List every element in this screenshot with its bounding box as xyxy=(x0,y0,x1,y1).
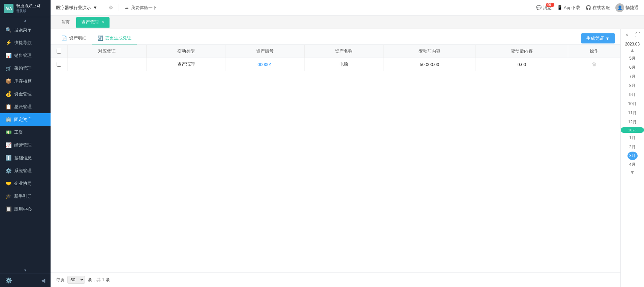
panel-month-11月[interactable]: 11月 xyxy=(628,108,637,118)
sidebar-item-quick-nav[interactable]: ⚡快捷导航 xyxy=(0,36,51,49)
subtab-change-voucher[interactable]: 🔄 变更生成凭证 xyxy=(92,32,137,44)
table-row: -- 资产清理 000001 电脑 50,000.00 0.00 🗑 xyxy=(51,58,620,71)
panel-month-7月[interactable]: 7月 xyxy=(628,72,637,81)
panel-month-12月[interactable]: 12月 xyxy=(628,118,637,127)
service-label: 在线客服 xyxy=(592,5,610,11)
tab-home[interactable]: 首页 xyxy=(56,17,75,28)
sidebar-label-quick-nav: 快捷导航 xyxy=(14,40,32,46)
sidebar-label-purchase: 采购管理 xyxy=(14,65,32,71)
user-btn[interactable]: 👤 畅捷通 xyxy=(615,3,639,12)
panel-month-2月[interactable]: 2月 xyxy=(627,142,638,152)
col-action: 操作 xyxy=(568,45,620,58)
col-after: 变动后内容 xyxy=(476,45,568,58)
topbar-divider xyxy=(103,4,103,11)
sidebar-label-guide: 新手引导 xyxy=(14,193,32,199)
subtab-asset-detail[interactable]: 📄 资产明细 xyxy=(56,32,92,44)
fixed-assets-icon: 🏢 xyxy=(5,117,11,123)
cell-asset-no: 000001 xyxy=(225,58,304,71)
panel-nav-up[interactable]: ▲ xyxy=(629,47,636,54)
sidebar-item-purchase[interactable]: 🛒采购管理 xyxy=(0,62,51,75)
sidebar-scroll-down[interactable]: ▼ xyxy=(0,267,51,274)
service-btn[interactable]: 🎧 在线客服 xyxy=(586,5,610,11)
message-btn[interactable]: 💬 消息 99+ xyxy=(536,5,552,11)
row-select-checkbox[interactable] xyxy=(57,62,61,67)
operations-icon: 📈 xyxy=(5,142,11,148)
basic-info-icon: ℹ️ xyxy=(5,155,11,161)
company-dropdown-icon: ▼ xyxy=(93,5,97,10)
sidebar-item-system[interactable]: ⚙️系统管理 xyxy=(0,164,51,177)
generate-voucher-label: 生成凭证 xyxy=(586,35,604,41)
service-icon: 🎧 xyxy=(586,5,591,10)
sidebar-label-salary: 工资 xyxy=(14,129,23,135)
sidebar-item-app-center[interactable]: 🔲应用中心 xyxy=(0,203,51,216)
per-page-label: 每页 xyxy=(56,277,65,283)
tab-asset-label: 资产管理 xyxy=(81,20,99,25)
experience-btn[interactable]: ☁ 我要体验一下 xyxy=(124,5,157,11)
table-header-row: 对应凭证 变动类型 资产编号 资产名称 变动前内容 变动后内容 操作 xyxy=(51,45,620,58)
experience-icon: ☁ xyxy=(124,5,129,10)
panel-year-badge[interactable]: 2023 xyxy=(621,127,644,133)
purchase-icon: 🛒 xyxy=(5,65,11,71)
select-all-checkbox[interactable] xyxy=(57,49,61,54)
tab-close-icon[interactable]: × xyxy=(102,20,104,25)
sidebar-item-ledger[interactable]: 📋总账管理 xyxy=(0,100,51,113)
panel-month-8月[interactable]: 8月 xyxy=(628,81,637,90)
search-icon: 🔍 xyxy=(5,27,11,33)
delete-icon[interactable]: 🗑 xyxy=(592,62,596,67)
sidebar-item-finance[interactable]: 💰资金管理 xyxy=(0,88,51,100)
table-header-checkbox xyxy=(51,45,67,58)
sidebar-item-sales[interactable]: 📊销售管理 xyxy=(0,49,51,62)
generate-voucher-btn[interactable]: 生成凭证 ▼ xyxy=(581,33,615,43)
user-icon: 👤 xyxy=(617,5,622,10)
asset-detail-icon: 📄 xyxy=(61,35,67,41)
table-container: 对应凭证 变动类型 资产编号 资产名称 变动前内容 变动后内容 操作 -- xyxy=(51,45,620,272)
experience-label: 我要体验一下 xyxy=(131,5,157,11)
sidebar-label-sales: 销售管理 xyxy=(14,53,32,59)
sidebar-item-operations[interactable]: 📈经营管理 xyxy=(0,139,51,152)
generate-voucher-arrow: ▼ xyxy=(605,36,610,41)
sidebar-scroll-up[interactable]: ▲ xyxy=(0,17,51,24)
sidebar-item-search[interactable]: 🔍搜索菜单 xyxy=(0,24,51,36)
panel-close-btn[interactable]: × xyxy=(623,32,630,38)
company-name: 医疗器械行业演示 xyxy=(56,5,91,11)
settings-icon[interactable]: ⚙️ xyxy=(5,277,12,284)
topbar-settings-icon[interactable]: ⚙ xyxy=(109,4,113,11)
sidebar-item-guide[interactable]: 🎓新手引导 xyxy=(0,190,51,203)
panel-month-3月[interactable]: 3月 xyxy=(627,152,638,160)
sidebar-item-inventory[interactable]: 📦库存核算 xyxy=(0,75,51,88)
panel-month-4月[interactable]: 4月 xyxy=(627,160,638,169)
sidebar-item-enterprise[interactable]: 🤝企业协同 xyxy=(0,177,51,190)
panel-expand-btn[interactable]: ⛶ xyxy=(635,32,641,38)
panel-month-5月[interactable]: 5月 xyxy=(628,54,637,63)
sidebar-label-operations: 经营管理 xyxy=(14,142,32,148)
col-before: 变动前内容 xyxy=(383,45,476,58)
sidebar-item-salary[interactable]: 💵工资 xyxy=(0,126,51,139)
panel-year-label: 2023.03 xyxy=(621,40,644,47)
enterprise-icon: 🤝 xyxy=(5,181,11,187)
col-change-type: 变动类型 xyxy=(146,45,225,58)
company-selector[interactable]: 医疗器械行业演示 ▼ xyxy=(56,5,97,11)
content-area: 📄 资产明细 🔄 变更生成凭证 生成凭证 ▼ xyxy=(51,29,620,287)
tab-asset-management[interactable]: 资产管理 × xyxy=(76,17,110,28)
guide-icon: 🎓 xyxy=(5,193,11,199)
inventory-icon: 📦 xyxy=(5,78,11,84)
per-page-select[interactable]: 102050100 xyxy=(67,276,85,284)
panel-month-1月[interactable]: 1月 xyxy=(627,133,638,142)
sidebar-item-fixed-assets[interactable]: 🏢固定资产 xyxy=(0,113,51,126)
panel-month-6月[interactable]: 6月 xyxy=(628,63,637,72)
sidebar-footer: ⚙️ ◀ xyxy=(0,274,51,287)
collapse-icon[interactable]: ◀ xyxy=(41,277,45,284)
sidebar-logo: AtA xyxy=(4,4,13,13)
cell-voucher: -- xyxy=(67,58,146,71)
total-count: 条，共 1 条 xyxy=(88,277,110,283)
panel-month-9月[interactable]: 9月 xyxy=(628,90,637,99)
main-area: 医疗器械行业演示 ▼ ⚙ ☁ 我要体验一下 💬 消息 99+ 📱 App下载 🎧… xyxy=(51,0,644,287)
ledger-icon: 📋 xyxy=(5,104,11,110)
panel-nav-down[interactable]: ▼ xyxy=(629,169,636,176)
change-voucher-icon: 🔄 xyxy=(97,35,103,41)
panel-month-10月[interactable]: 10月 xyxy=(628,99,637,108)
sales-icon: 📊 xyxy=(5,53,11,59)
content-with-panel: 📄 资产明细 🔄 变更生成凭证 生成凭证 ▼ xyxy=(51,29,644,287)
sidebar-item-basic-info[interactable]: ℹ️基础信息 xyxy=(0,152,51,164)
app-download-btn[interactable]: 📱 App下载 xyxy=(557,5,580,11)
